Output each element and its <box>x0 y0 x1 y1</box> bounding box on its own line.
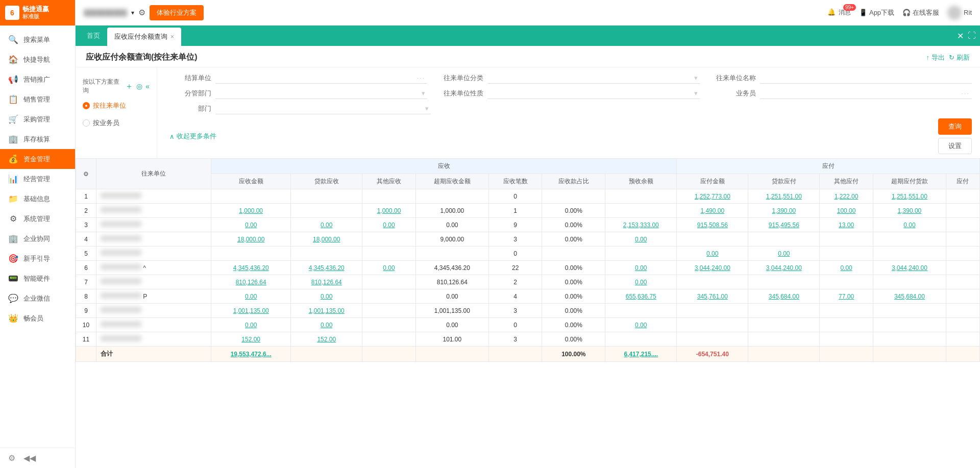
department-select[interactable]: ▾ <box>215 103 431 114</box>
add-scheme-icon[interactable]: ＋ <box>125 81 133 92</box>
collapse-scheme-icon[interactable]: « <box>145 82 150 90</box>
partner-cell <box>96 218 211 232</box>
filter-partner-nature: 往来单位性质 ▾ <box>437 88 699 99</box>
system-icon: ⚙ <box>8 214 18 224</box>
total-ar-overdue <box>415 347 488 362</box>
total-ap-amount: -654,751.40 <box>677 347 748 362</box>
settlement-unit-dots: ··· <box>416 74 425 82</box>
nav-by-salesman[interactable]: 按业务员 <box>76 114 157 132</box>
table-payable-group: 应付 <box>677 159 980 174</box>
partner-cell: ^ <box>96 261 211 275</box>
header-breadcrumb: ██████████ <box>84 9 127 16</box>
online-service-button[interactable]: 🎧 在线客服 <box>902 8 939 17</box>
dept-select[interactable]: ▾ <box>215 88 427 99</box>
user-info[interactable]: Rit <box>947 6 972 20</box>
collapse-btn-container: ∧ 收起更多条件 <box>165 130 938 143</box>
finance-icon: 💰 <box>8 154 18 164</box>
left-nav-panel: 按以下方案查询 ＋ ◎ « ● 按往来单位 按业务员 <box>76 67 157 158</box>
partner-nature-select[interactable]: ▾ <box>487 88 699 99</box>
header-right: 🔔 消息 99+ 📱 App下载 🎧 在线客服 Rit <box>827 6 972 20</box>
tab-close-window-icon[interactable]: ✕ <box>957 31 964 41</box>
tab-fullscreen-icon[interactable]: ⛶ <box>968 31 976 40</box>
sidebar-item-quick-nav[interactable]: 🏠 快捷导航 <box>0 50 75 69</box>
sidebar-item-label: 畅会员 <box>23 314 43 323</box>
sidebar-item-operations[interactable]: 📊 经营管理 <box>0 169 75 189</box>
page-actions: ↑ 导出 ↻ 刷新 <box>926 53 970 62</box>
department-label: 部门 <box>165 104 211 113</box>
sidebar-item-basic-info[interactable]: 📁 基础信息 <box>0 189 75 209</box>
sidebar-item-label: 企业微信 <box>23 294 50 303</box>
member-icon: 👑 <box>8 313 18 323</box>
export-button[interactable]: ↑ 导出 <box>926 53 945 62</box>
salesman-input[interactable]: ··· <box>760 88 972 99</box>
tab-bar-right: ✕ ⛶ <box>957 31 976 41</box>
tab-close-icon[interactable]: × <box>170 33 174 40</box>
guide-icon: 🎯 <box>8 254 18 263</box>
header-solution-button[interactable]: 体验行业方案 <box>150 5 204 20</box>
app-download-icon: 📱 <box>859 9 867 16</box>
col-ar-advance: 预收余额 <box>605 174 677 189</box>
partner-cell <box>96 232 211 247</box>
hardware-icon: 📟 <box>8 274 18 283</box>
sidebar-item-sales[interactable]: 📋 销售管理 <box>0 89 75 109</box>
sidebar-item-hardware[interactable]: 📟 智能硬件 <box>0 268 75 288</box>
operations-icon: 📊 <box>8 174 18 184</box>
table-section[interactable]: ⚙ 往来单位 应收 应付 应收金额 贷款应收 其他应收 超期应收金额 应收笔数 … <box>76 158 980 468</box>
notification-button[interactable]: 🔔 消息 99+ <box>827 8 851 17</box>
total-ar-advance[interactable]: 6,417,215.... <box>605 347 677 362</box>
sidebar-item-system[interactable]: ⚙ 系统管理 <box>0 209 75 229</box>
total-ar-loan <box>291 347 362 362</box>
footer-collapse-icon[interactable]: ◀◀ <box>23 453 36 463</box>
table-gear-col[interactable]: ⚙ <box>76 159 96 189</box>
page-title: 应收应付余额查询(按往来单位) <box>86 52 198 63</box>
partner-nature-label: 往来单位性质 <box>437 89 483 98</box>
total-ap-other <box>820 347 873 362</box>
table-row: 6 ^4,345,436.204,345,436.200.004,345,436… <box>76 261 980 275</box>
sidebar-item-purchase[interactable]: 🛒 采购管理 <box>0 109 75 129</box>
tab-home[interactable]: 首页 <box>80 28 107 44</box>
sidebar-item-label: 基础信息 <box>23 194 50 204</box>
table-row: 101,252,773.001,251,551.001,222.001,251,… <box>76 189 980 204</box>
sidebar-item-label: 快捷导航 <box>23 55 50 64</box>
table-row: 8 P0.000.000.0040.00%655,636.75345,761.0… <box>76 289 980 304</box>
sidebar-item-label: 销售管理 <box>23 95 50 104</box>
header-left: ██████████ ▾ ⚙ 体验行业方案 <box>84 5 821 20</box>
sidebar-item-inventory[interactable]: 🏢 库存核算 <box>0 129 75 149</box>
total-ap-extra <box>946 347 979 362</box>
marketing-icon: 📢 <box>8 75 18 84</box>
wechat-icon: 💬 <box>8 293 18 303</box>
sidebar-item-wechat[interactable]: 💬 企业微信 <box>0 288 75 308</box>
sidebar-item-guide[interactable]: 🎯 新手引导 <box>0 249 75 268</box>
export-label: 导出 <box>932 53 945 62</box>
col-ap-amount: 应付金额 <box>677 174 748 189</box>
sidebar-item-finance[interactable]: 💰 资金管理 <box>0 149 75 169</box>
sidebar-item-search-menu[interactable]: 🔍 搜索菜单 <box>0 30 75 50</box>
col-ar-other: 其他应收 <box>362 174 416 189</box>
total-ar-amount[interactable]: 19,553,472,6... <box>211 347 291 362</box>
nav-by-unit[interactable]: ● 按往来单位 <box>76 97 157 114</box>
sidebar-item-member[interactable]: 👑 畅会员 <box>0 308 75 328</box>
sidebar-item-enterprise[interactable]: 🏢 企业协同 <box>0 229 75 249</box>
partner-category-chevron: ▾ <box>694 74 698 82</box>
total-ar-count <box>488 347 542 362</box>
sidebar-item-marketing[interactable]: 📢 营销推广 <box>0 69 75 89</box>
header-dropdown-icon[interactable]: ▾ <box>131 9 134 16</box>
header-gear-icon[interactable]: ⚙ <box>138 8 145 17</box>
query-button[interactable]: 查询 <box>938 118 972 135</box>
refresh-button[interactable]: ↻ 刷新 <box>949 53 970 62</box>
partner-name-input[interactable] <box>760 72 972 84</box>
table-row: 418,000.0018,000.009,000.0030.00%0.00 <box>76 232 980 247</box>
table-row: 30.000.000.000.0090.00%2,153,333.00915,5… <box>76 218 980 232</box>
setting-button[interactable]: 设置 <box>938 138 972 154</box>
tab-ar-ap[interactable]: 应收应付余额查询 × <box>107 28 181 46</box>
settlement-unit-input[interactable]: ··· <box>215 72 427 84</box>
manage-scheme-icon[interactable]: ◎ <box>136 82 142 90</box>
collapse-more-button[interactable]: ∧ 收起更多条件 <box>165 130 938 143</box>
tab-ar-ap-label: 应收应付余额查询 <box>114 32 167 41</box>
footer-settings-icon[interactable]: ⚙ <box>8 453 15 463</box>
partner-cell <box>96 275 211 289</box>
inventory-icon: 🏢 <box>8 134 18 144</box>
app-download-button[interactable]: 📱 App下载 <box>859 8 894 17</box>
partner-cell <box>96 204 211 218</box>
partner-category-select[interactable]: ▾ <box>487 72 699 84</box>
